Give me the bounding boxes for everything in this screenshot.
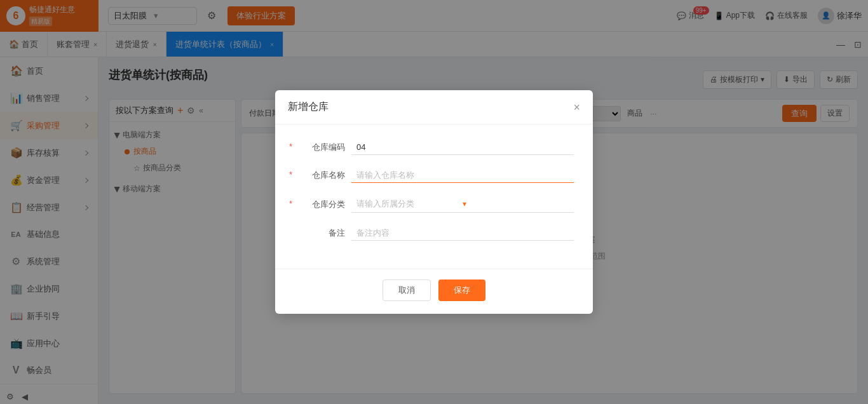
warehouse-code-input[interactable] bbox=[351, 140, 574, 155]
warehouse-category-row: 仓库分类 请输入所属分类 ▾ bbox=[294, 196, 574, 213]
warehouse-name-input[interactable] bbox=[351, 168, 574, 183]
modal-footer: 取消 保存 bbox=[275, 269, 593, 314]
warehouse-name-label: 仓库名称 bbox=[294, 170, 345, 181]
add-warehouse-modal: 新增仓库 × 仓库编码 仓库名称 仓库分类 请输入所属分类 ▾ bbox=[275, 90, 593, 314]
warehouse-category-label: 仓库分类 bbox=[294, 199, 345, 210]
category-dropdown-icon: ▾ bbox=[463, 199, 569, 208]
warehouse-code-label: 仓库编码 bbox=[294, 142, 345, 153]
modal-header: 新增仓库 × bbox=[275, 90, 593, 125]
cancel-button[interactable]: 取消 bbox=[383, 279, 431, 301]
warehouse-note-input[interactable] bbox=[351, 226, 574, 241]
warehouse-note-row: 备注 bbox=[294, 226, 574, 241]
warehouse-code-row: 仓库编码 bbox=[294, 140, 574, 155]
warehouse-name-row: 仓库名称 bbox=[294, 168, 574, 183]
warehouse-note-label: 备注 bbox=[294, 227, 345, 239]
warehouse-category-select[interactable]: 请输入所属分类 ▾ bbox=[351, 196, 574, 213]
modal-overlay[interactable]: 新增仓库 × 仓库编码 仓库名称 仓库分类 请输入所属分类 ▾ bbox=[0, 0, 868, 404]
modal-title: 新增仓库 bbox=[288, 100, 329, 114]
modal-close-button[interactable]: × bbox=[573, 102, 580, 113]
save-button[interactable]: 保存 bbox=[438, 279, 485, 301]
modal-body: 仓库编码 仓库名称 仓库分类 请输入所属分类 ▾ 备注 bbox=[275, 125, 593, 269]
